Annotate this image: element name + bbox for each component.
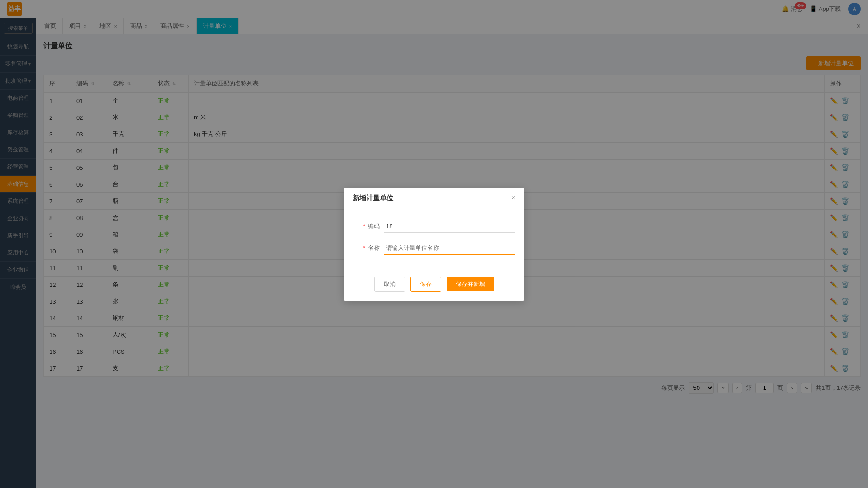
- save-and-new-button[interactable]: 保存并新增: [447, 277, 494, 291]
- form-row-code: * 编码: [353, 220, 515, 233]
- add-unit-dialog: 新增计量单位 × * 编码 * 名称 取消 保存 保存并新增: [344, 188, 524, 301]
- required-star: *: [363, 223, 365, 230]
- dialog-body: * 编码 * 名称: [344, 209, 524, 271]
- save-button[interactable]: 保存: [410, 277, 441, 292]
- code-label: * 编码: [353, 222, 380, 230]
- cancel-button[interactable]: 取消: [374, 277, 405, 292]
- dialog-title: 新增计量单位: [353, 194, 393, 202]
- modal-overlay: 新增计量单位 × * 编码 * 名称 取消 保存 保存并新增: [0, 0, 868, 488]
- name-label: * 名称: [353, 244, 380, 252]
- required-star-2: *: [363, 244, 365, 251]
- dialog-close-button[interactable]: ×: [511, 194, 515, 202]
- name-input[interactable]: [384, 242, 515, 255]
- dialog-header: 新增计量单位 ×: [344, 188, 524, 209]
- dialog-footer: 取消 保存 保存并新增: [344, 271, 524, 301]
- form-row-name: * 名称: [353, 242, 515, 255]
- code-input[interactable]: [384, 220, 515, 233]
